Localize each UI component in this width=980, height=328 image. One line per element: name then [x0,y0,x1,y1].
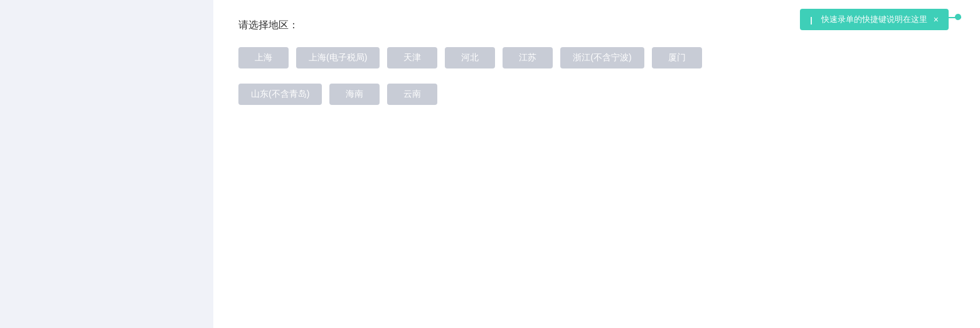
region-btn-xiamen[interactable]: 厦门 [652,47,702,68]
tooltip-connector-dot [955,14,961,20]
tooltip-banner: 快速录单的快捷键说明在这里 × [800,9,949,30]
left-sidebar [0,0,213,328]
region-btn-shanghai[interactable]: 上海 [238,47,289,68]
main-content: 请选择地区： 上海 上海(电子税局) 天津 河北 江苏 浙江(不含宁波) 厦门 … [213,0,980,328]
region-btn-zhejiang[interactable]: 浙江(不含宁波) [560,47,644,68]
region-btn-hainan[interactable]: 海南 [329,84,380,105]
region-btn-hebei[interactable]: 河北 [445,47,495,68]
region-btn-shandong[interactable]: 山东(不含青岛) [238,84,322,105]
tooltip-text: 快速录单的快捷键说明在这里 [821,14,927,25]
tooltip-close-button[interactable]: × [934,14,939,25]
region-btn-tianjin[interactable]: 天津 [387,47,437,68]
region-buttons: 上海 上海(电子税局) 天津 河北 江苏 浙江(不含宁波) 厦门 山东(不含青岛… [238,47,955,105]
region-btn-shanghai-etax[interactable]: 上海(电子税局) [296,47,380,68]
region-btn-jiangsu[interactable]: 江苏 [503,47,553,68]
region-btn-yunnan[interactable]: 云南 [387,84,437,105]
